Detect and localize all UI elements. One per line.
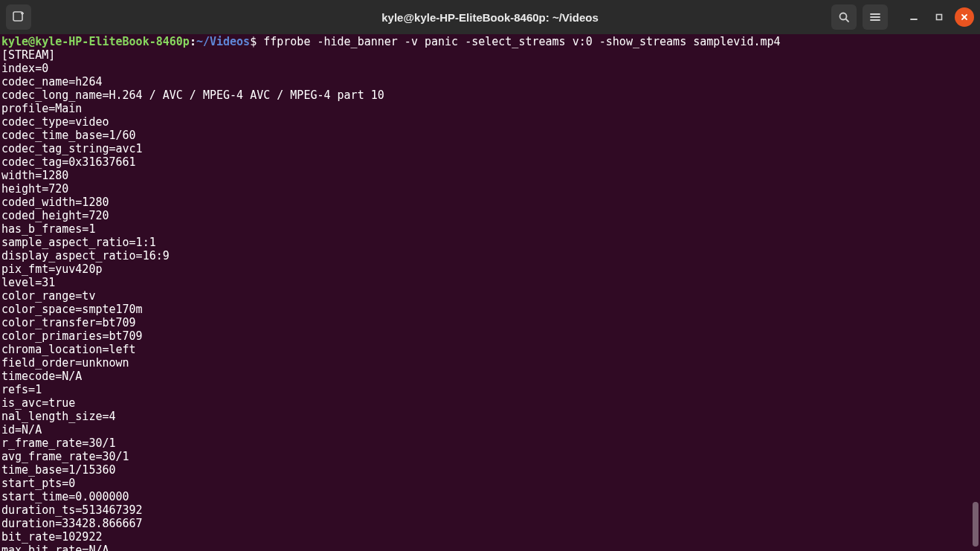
output-line: max_bit_rate=N/A (1, 544, 979, 551)
output-line: refs=1 (1, 383, 979, 396)
prompt-dollar: $ (250, 35, 263, 48)
scrollbar-thumb[interactable] (973, 502, 979, 547)
output-container: [STREAM]index=0codec_name=h264codec_long… (1, 48, 979, 551)
output-line: [STREAM] (1, 48, 979, 62)
output-line: coded_height=720 (1, 209, 979, 222)
maximize-icon (935, 13, 944, 22)
output-line: time_base=1/15360 (1, 463, 979, 477)
output-line: start_time=0.000000 (1, 490, 979, 503)
output-line: profile=Main (1, 102, 979, 115)
window-title: kyle@kyle-HP-EliteBook-8460p: ~/Videos (381, 11, 599, 24)
output-line: color_primaries=bt709 (1, 329, 979, 343)
maximize-button[interactable] (929, 7, 949, 27)
output-line: nal_length_size=4 (1, 410, 979, 423)
output-line: avg_frame_rate=30/1 (1, 450, 979, 463)
output-line: codec_name=h264 (1, 75, 979, 88)
output-line: chroma_location=left (1, 343, 979, 356)
output-line: id=N/A (1, 423, 979, 436)
output-line: height=720 (1, 182, 979, 196)
close-icon (960, 13, 969, 22)
output-line: sample_aspect_ratio=1:1 (1, 236, 979, 249)
output-line: codec_type=video (1, 115, 979, 129)
output-line: start_pts=0 (1, 477, 979, 490)
search-button[interactable] (831, 4, 857, 30)
output-line: bit_rate=102922 (1, 530, 979, 544)
search-icon (838, 11, 850, 23)
output-line: display_aspect_ratio=16:9 (1, 249, 979, 262)
prompt-colon: : (190, 35, 196, 48)
prompt-line: kyle@kyle-HP-EliteBook-8460p:~/Videos$ f… (1, 35, 979, 48)
output-line: r_frame_rate=30/1 (1, 436, 979, 450)
output-line: field_order=unknown (1, 356, 979, 370)
close-button[interactable] (955, 7, 974, 27)
terminal-window: kyle@kyle-HP-EliteBook-8460p: ~/Videos (0, 0, 980, 551)
svg-rect-9 (937, 15, 942, 20)
new-tab-button[interactable] (6, 4, 31, 30)
command-text: ffprobe -hide_banner -v panic -select_st… (263, 35, 780, 48)
output-line: is_avc=true (1, 396, 979, 410)
output-line: duration_ts=513467392 (1, 503, 979, 517)
titlebar: kyle@kyle-HP-EliteBook-8460p: ~/Videos (0, 0, 980, 34)
output-line: has_b_frames=1 (1, 222, 979, 236)
prompt-path: ~/Videos (196, 35, 250, 48)
hamburger-icon (869, 11, 881, 23)
output-line: duration=33428.866667 (1, 517, 979, 530)
output-line: level=31 (1, 276, 979, 289)
svg-line-4 (846, 19, 849, 22)
new-tab-icon (12, 10, 25, 24)
output-line: color_transfer=bt709 (1, 316, 979, 329)
output-line: codec_time_base=1/60 (1, 129, 979, 142)
output-line: index=0 (1, 62, 979, 75)
scrollbar-track[interactable] (971, 34, 979, 551)
output-line: color_range=tv (1, 289, 979, 303)
minimize-icon (909, 13, 918, 22)
output-line: codec_long_name=H.264 / AVC / MPEG-4 AVC… (1, 88, 979, 102)
terminal-body[interactable]: kyle@kyle-HP-EliteBook-8460p:~/Videos$ f… (0, 34, 980, 551)
output-line: codec_tag_string=avc1 (1, 142, 979, 155)
output-line: pix_fmt=yuv420p (1, 262, 979, 276)
output-line: width=1280 (1, 169, 979, 182)
output-line: color_space=smpte170m (1, 303, 979, 316)
minimize-button[interactable] (904, 7, 923, 27)
output-line: codec_tag=0x31637661 (1, 155, 979, 169)
output-line: coded_width=1280 (1, 196, 979, 209)
output-line: timecode=N/A (1, 370, 979, 383)
hamburger-menu-button[interactable] (863, 4, 888, 30)
prompt-user-host: kyle@kyle-HP-EliteBook-8460p (1, 35, 190, 48)
